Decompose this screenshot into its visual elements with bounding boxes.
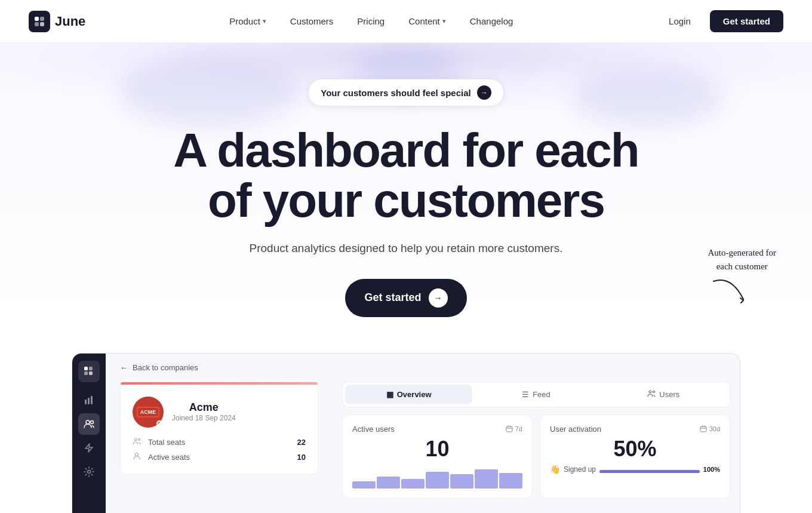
chart-bar — [377, 477, 400, 489]
svg-point-14 — [134, 438, 137, 441]
svg-point-12 — [91, 420, 94, 423]
cta-arrow-icon: → — [429, 288, 448, 308]
nav-item-product[interactable]: Product ▾ — [220, 11, 276, 31]
active-users-value: 10 — [352, 438, 522, 460]
user-activation-header: User activation 30d — [550, 425, 720, 434]
user-activation-card: User activation 30d — [540, 414, 730, 499]
svg-point-17 — [649, 391, 651, 393]
svg-rect-4 — [84, 367, 88, 370]
company-card-bar — [121, 382, 318, 385]
svg-point-16 — [136, 453, 139, 456]
nav-item-customers[interactable]: Customers — [281, 11, 343, 31]
chart-bar — [352, 481, 376, 489]
logo-icon — [29, 11, 50, 32]
sidebar-analytics-icon[interactable] — [78, 389, 100, 411]
get-started-nav-button[interactable]: Get started — [710, 10, 783, 32]
tab-overview[interactable]: ▦ Overview — [345, 385, 472, 404]
users-icon — [647, 389, 656, 400]
svg-rect-7 — [89, 371, 93, 375]
chart-bar — [401, 479, 425, 489]
annotation-arrow-icon — [708, 275, 755, 311]
chevron-down-icon: ▾ — [263, 17, 266, 25]
sidebar-users-icon[interactable] — [78, 413, 100, 435]
calendar-icon — [506, 425, 513, 432]
seats-icon — [133, 437, 144, 447]
progress-label: 100% — [703, 466, 720, 473]
stat-active-seats: Active seats 10 — [133, 452, 306, 462]
company-online-indicator — [156, 420, 162, 426]
sidebar-logo-icon[interactable] — [78, 361, 100, 382]
dashboard-preview: ← Back to companies ACME — [60, 353, 752, 514]
hero-section: Your customers should feel special → A d… — [0, 43, 812, 513]
progress-bar-track — [599, 470, 700, 473]
company-panel: ACME Acme Joined 18 Sep 2024 — [106, 382, 333, 511]
signed-up-row: 👋 Signed up 100% — [550, 465, 720, 474]
svg-point-18 — [653, 391, 655, 392]
logo[interactable]: June — [29, 11, 85, 32]
svg-point-15 — [139, 438, 140, 440]
svg-rect-23 — [700, 426, 706, 432]
chart-bar — [499, 473, 522, 489]
svg-rect-2 — [35, 22, 39, 26]
hero-badge[interactable]: Your customers should feel special → — [308, 79, 503, 106]
feed-icon: ☰ — [522, 390, 529, 399]
login-button[interactable]: Login — [657, 11, 703, 31]
chart-bar — [475, 469, 498, 489]
svg-rect-3 — [40, 22, 44, 26]
annotation-text: Auto-generated foreach customer — [708, 246, 776, 311]
nav-links: Product ▾ Customers Pricing Content ▾ Ch… — [220, 11, 522, 31]
sidebar-flash-icon[interactable] — [78, 437, 100, 459]
company-stats: Total seats 22 — [133, 437, 306, 462]
svg-rect-8 — [85, 400, 87, 404]
chart-bar — [450, 474, 473, 489]
back-arrow-icon: ← — [120, 363, 128, 372]
user-activation-value: 50% — [550, 438, 720, 460]
hero-badge-text: Your customers should feel special — [321, 88, 470, 98]
metrics-panel: ▦ Overview ☰ Feed — [333, 382, 740, 511]
svg-rect-10 — [91, 396, 93, 404]
hero-badge-arrow-icon: → — [477, 85, 491, 100]
stat-total-seats: Total seats 22 — [133, 437, 306, 447]
active-users-header: Active users 7d — [352, 425, 522, 434]
svg-rect-1 — [40, 17, 44, 21]
chart-bar — [426, 472, 449, 489]
tab-users[interactable]: Users — [600, 385, 727, 404]
company-header: ACME Acme Joined 18 Sep 2024 — [133, 397, 306, 428]
metrics-cards: Active users 7d — [342, 414, 730, 499]
company-logo: ACME — [133, 397, 164, 428]
active-users-card: Active users 7d — [342, 414, 533, 499]
cloud-1 — [119, 55, 299, 127]
dashboard-sidebar — [72, 354, 106, 514]
progress-bar-container — [599, 470, 700, 473]
svg-point-11 — [86, 420, 90, 424]
sidebar-settings-icon[interactable] — [78, 461, 100, 483]
overview-icon: ▦ — [386, 390, 393, 399]
logo-text: June — [55, 14, 85, 29]
tab-feed[interactable]: ☰ Feed — [472, 385, 599, 404]
dashboard-content: ACME Acme Joined 18 Sep 2024 — [106, 382, 740, 511]
company-card: ACME Acme Joined 18 Sep 2024 — [120, 382, 318, 475]
get-started-hero-button[interactable]: Get started → — [345, 279, 466, 317]
chevron-down-icon-2: ▾ — [442, 17, 446, 25]
active-users-period: 7d — [506, 425, 522, 432]
metrics-tabs: ▦ Overview ☰ Feed — [342, 382, 730, 407]
back-to-companies[interactable]: ← Back to companies — [106, 354, 740, 382]
nav-item-content[interactable]: Content ▾ — [399, 11, 456, 31]
user-activation-period: 30d — [700, 425, 720, 432]
cloud-2 — [573, 67, 722, 127]
dashboard-window: ← Back to companies ACME — [72, 353, 740, 514]
progress-bar-fill — [599, 470, 700, 473]
nav-item-pricing[interactable]: Pricing — [347, 11, 394, 31]
nav-item-changelog[interactable]: Changelog — [460, 11, 523, 31]
active-users-chart — [352, 465, 522, 489]
calendar-icon-2 — [700, 425, 707, 432]
svg-rect-6 — [84, 371, 88, 375]
hero-subtitle: Product analytics designed to help you r… — [245, 240, 567, 257]
navbar: June Product ▾ Customers Pricing Content… — [0, 0, 812, 43]
wave-icon: 👋 — [550, 465, 560, 474]
active-seats-icon — [133, 452, 144, 462]
dashboard-main: ← Back to companies ACME — [106, 354, 740, 514]
company-info: Acme Joined 18 Sep 2024 — [172, 401, 236, 422]
svg-rect-9 — [88, 398, 90, 404]
svg-point-13 — [88, 470, 91, 473]
